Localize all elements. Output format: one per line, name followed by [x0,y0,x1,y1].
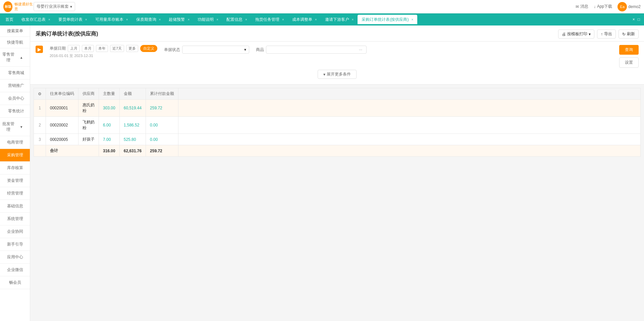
tab-baochanqichaxun[interactable]: 保质期查询 × [132,15,165,24]
sidebar-item-marketing[interactable]: 营销推广 [0,79,30,92]
chevron-right-icon: ▼ [15,125,28,129]
tab-yaohuodantongji[interactable]: 要货单统计表 × [54,15,91,24]
sidebar-item-ecommerce[interactable]: 电商管理 [0,136,30,149]
filter-toggle-button[interactable]: ▶ [36,46,43,53]
date-option-7days[interactable]: 近7天 [110,45,124,52]
print-button[interactable]: 🖨 按模板打印 ▾ [558,30,594,39]
sidebar-item-wholesale[interactable]: 批发管理 ▼ [0,118,30,136]
close-icon[interactable]: × [48,18,50,21]
tab-label: 邀请下游客户 [325,17,349,22]
avatar: Ea [618,2,627,11]
tab-chaochuyu[interactable]: 超储预警 × [165,15,194,24]
col-paid: 累计付款金额 [146,88,178,100]
expand-conditions-button[interactable]: ▾ 展开更多条件 [318,70,357,79]
tab-label: 成本调整单 [292,17,312,22]
sidebar-item-inventory[interactable]: 库存核算 [0,162,30,174]
sidebar-item-appstore[interactable]: 应用中心 [0,251,30,264]
close-icon[interactable]: × [85,18,87,21]
nav-tabs: 首页 收发存汇总表 × 要货单统计表 × 可用量库存账本 × 保质期查询 × 超… [0,13,644,25]
tab-tuohuorenwuguanli[interactable]: 拖货任务管理 × [251,15,288,24]
date-option-this-month[interactable]: 本月 [82,45,94,52]
close-icon[interactable]: × [315,18,317,21]
shortcut-label: 快捷导航 [7,40,23,45]
tab-label: 超储预警 [169,17,185,22]
close-icon[interactable]: × [245,18,247,21]
date-option-this-year[interactable]: 本年 [96,45,108,52]
close-icon[interactable]: × [216,18,218,21]
close-icon[interactable]: × [126,18,128,21]
sidebar-item-member[interactable]: 会员中心 [0,92,30,105]
tab-shoufahuizongtable[interactable]: 收发存汇总表 × [17,15,54,24]
restore-button[interactable]: □ [638,17,640,22]
refresh-button[interactable]: ↻ 刷新 [619,30,639,39]
row-paid[interactable]: 0.00 [146,117,178,134]
sidebar-item-system[interactable]: 系统管理 [0,213,30,225]
query-button[interactable]: 查询 [619,45,639,55]
enterprise-label: 企业协同 [2,229,28,234]
sidebar-item-search[interactable]: 搜索菜单 [0,25,30,37]
row-amount[interactable]: 1,586.52 [119,117,146,134]
tab-yaoqingxiayouke[interactable]: 邀请下游客户 × [321,15,358,24]
row-qty[interactable]: 7.00 [99,134,120,145]
sidebar-item-shortcut[interactable]: 快捷导航 [0,37,30,48]
data-table: ⚙ 往来单位编码 供应商 主数量 金额 累计付款金额 1 00020001 惠氏… [34,88,641,157]
date-option-custom[interactable]: 自定义 [140,45,157,52]
tab-home[interactable]: 首页 [1,15,17,24]
close-icon[interactable]: × [187,18,190,21]
wholesale-label: 批发管理 [2,121,15,132]
row-amount[interactable]: 60,519.44 [119,100,146,117]
tab-label: 收发存汇总表 [21,17,46,22]
row-paid[interactable]: 259.72 [146,100,178,117]
close-icon[interactable]: × [352,18,354,21]
purchase-label: 采购管理 [2,152,28,158]
app-download-button[interactable]: ↓ App下载 [594,4,612,9]
gear-icon[interactable]: ⚙ [38,92,42,96]
row-paid[interactable]: 0.00 [146,134,178,145]
close-icon[interactable]: × [282,18,284,21]
col-qty: 主数量 [99,88,120,100]
close-icon[interactable]: × [411,18,413,21]
operation-label: 经营管理 [2,191,28,196]
top-right: ✉ 消息 ↓ App下载 Ea demo2 [576,2,641,11]
sidebar-item-retail-stats[interactable]: 零售统计 [0,105,30,118]
row-qty[interactable]: 303.00 [99,100,120,117]
table-row: 2 00020002 飞鹤奶粉 6.00 1,586.52 0.00 [34,117,641,134]
goods-search-input[interactable] [269,47,358,52]
main-layout: 搜索菜单 快捷导航 零售管理 ▲ 零售商城 营销推广 会员中心 零售统计 批发管… [0,25,644,321]
date-option-more[interactable]: 更多 [126,45,138,52]
tab-keyongliangkuon[interactable]: 可用量库存账本 × [91,15,132,24]
sidebar-item-enterprise[interactable]: 企业协同 [0,225,30,238]
settings-button[interactable]: 设置 [619,57,639,68]
sidebar-item-purchase[interactable]: 采购管理 [0,149,30,162]
workspace-selector[interactable]: 母婴行业演示账套 ▾ [34,2,75,11]
message-button[interactable]: ✉ 消息 [576,4,588,9]
sidebar-item-basic[interactable]: 基础信息 [0,200,30,213]
tab-gongnengshuo[interactable]: 功能说明 × [194,15,222,24]
row-qty[interactable]: 6.00 [99,117,120,134]
row-supplier: 惠氏奶粉 [78,100,99,117]
sidebar-item-finance[interactable]: 资金管理 [0,174,30,187]
status-select[interactable]: ▾ [182,46,249,54]
export-button[interactable]: ↑ 导出 [597,30,616,39]
tab-chengbentiaoz[interactable]: 成本调整单 × [288,15,321,24]
tab-caigoudantongji[interactable]: 采购订单统计表(按供应商) × [358,15,417,24]
footer-paid: 259.72 [146,145,178,157]
row-index: 3 [34,134,46,145]
sidebar-item-operation[interactable]: 经营管理 [0,187,30,200]
sidebar-item-wechat[interactable]: 企业微信 [0,264,30,276]
row-spacer [178,134,641,145]
tab-peizhixinxi[interactable]: 配置信息 × [222,15,251,24]
footer-qty: 316.00 [99,145,120,157]
date-option-last-month[interactable]: 上月 [68,45,80,52]
close-all-button[interactable]: × [633,17,635,22]
sidebar-item-retail[interactable]: 零售管理 ▲ [0,48,30,67]
footer-spacer [178,145,641,157]
close-icon[interactable]: × [159,18,161,21]
sidebar-item-newguide[interactable]: 新手引导 [0,238,30,251]
sidebar-item-retail-shop[interactable]: 零售商城 [0,67,30,79]
user-profile[interactable]: Ea demo2 [618,2,641,11]
print-icon: 🖨 [562,32,566,37]
row-amount[interactable]: 525.80 [119,134,146,145]
sidebar-item-vip[interactable]: 畅会员 [0,276,30,289]
goods-more-button[interactable]: ··· [358,47,364,52]
